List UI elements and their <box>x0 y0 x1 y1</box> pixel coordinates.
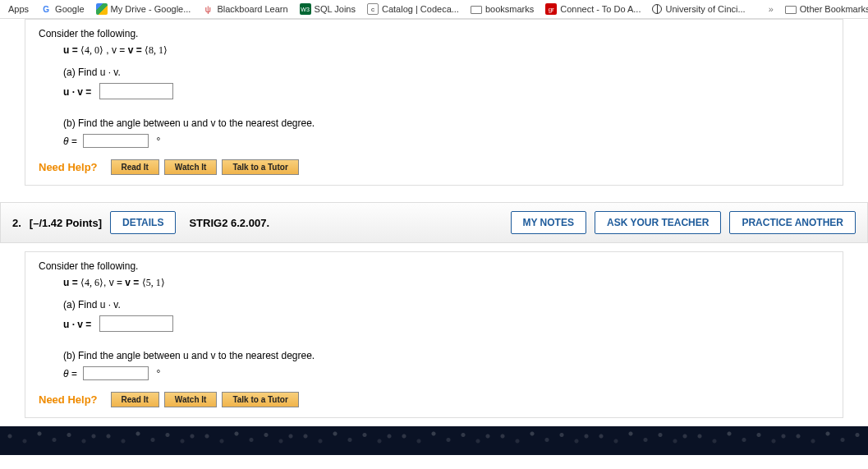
question-points: [–/1.42 Points] <box>30 217 102 229</box>
chevron-right-icon[interactable]: » <box>769 4 774 14</box>
folder-icon <box>785 6 797 14</box>
theta-row: θ = ° <box>63 134 829 148</box>
folder-icon <box>471 6 482 14</box>
theta-row: θ = ° <box>63 366 829 380</box>
bookmark-drive[interactable]: My Drive - Google... <box>96 3 191 15</box>
degree-symbol: ° <box>157 368 161 379</box>
need-help-row: Need Help? Read It Watch It Talk to a Tu… <box>39 392 829 407</box>
theta-input[interactable] <box>83 366 149 380</box>
drive-icon <box>96 3 108 15</box>
bookmark-label: Connect - To Do A... <box>560 4 641 14</box>
dot-product-row: u · v = <box>63 83 829 99</box>
bookmark-label: Blackboard Learn <box>217 4 287 14</box>
talk-tutor-button[interactable]: Talk to a Tutor <box>222 159 298 175</box>
bookmark-label: SQL Joins <box>315 4 356 14</box>
globe-icon <box>652 4 662 14</box>
bookmark-label: booksmarks <box>485 4 534 14</box>
question-number: 2. <box>12 217 21 229</box>
bookmark-label: Other Bookmarks <box>800 4 868 14</box>
read-it-button[interactable]: Read It <box>111 159 159 175</box>
other-bookmarks[interactable]: Other Bookmarks <box>785 4 868 14</box>
bookmark-catalog[interactable]: c Catalog | Codeca... <box>367 3 459 15</box>
bookmark-bar: Apps G Google My Drive - Google... ψ Bla… <box>0 0 868 19</box>
question-prompt: Consider the following. <box>39 260 829 272</box>
question-prompt: Consider the following. <box>39 28 829 39</box>
details-button[interactable]: DETAILS <box>110 211 176 234</box>
theta-label: θ = <box>63 136 77 147</box>
part-b-prompt: (b) Find the angle between u and v to th… <box>63 350 829 361</box>
dot-product-label: u · v = <box>63 319 91 330</box>
need-help-label: Need Help? <box>39 161 98 173</box>
google-icon: G <box>40 3 52 15</box>
theta-label: θ = <box>63 368 77 379</box>
catalog-icon: c <box>367 3 379 15</box>
bookmark-uc[interactable]: University of Cinci... <box>652 4 745 14</box>
dot-product-label: u · v = <box>63 86 91 98</box>
vector-definition: u = ⟨4, 6⟩, v = v = ⟨5, 1⟩ <box>63 277 829 289</box>
read-it-button[interactable]: Read It <box>111 392 159 407</box>
bookmark-label: Google <box>55 4 84 14</box>
bookmark-folder[interactable]: booksmarks <box>471 4 534 14</box>
connect-icon: gr <box>545 3 557 15</box>
dot-product-input[interactable] <box>99 83 173 99</box>
bookmark-blackboard[interactable]: ψ Blackboard Learn <box>202 3 287 15</box>
part-b-prompt: (b) Find the angle between u and v to th… <box>63 117 829 129</box>
theta-input[interactable] <box>83 134 149 148</box>
watch-it-button[interactable]: Watch It <box>164 392 218 407</box>
bookmark-connect[interactable]: gr Connect - To Do A... <box>545 3 641 15</box>
degree-symbol: ° <box>157 136 161 147</box>
bookmark-label: Catalog | Codeca... <box>382 4 459 14</box>
bookmark-google[interactable]: G Google <box>40 3 84 15</box>
bookmark-sql[interactable]: W3 SQL Joins <box>300 3 356 15</box>
bookmark-label: University of Cinci... <box>665 4 745 14</box>
question-reference: STRIG2 6.2.007. <box>189 217 269 229</box>
watch-it-button[interactable]: Watch It <box>164 159 218 175</box>
footer-decoration <box>0 426 868 455</box>
need-help-row: Need Help? Read It Watch It Talk to a Tu… <box>39 159 829 175</box>
my-notes-button[interactable]: MY NOTES <box>511 211 586 234</box>
need-help-label: Need Help? <box>39 393 98 406</box>
vector-definition: u = ⟨4, 0⟩ , v = v = ⟨8, 1⟩ <box>63 44 829 57</box>
dot-product-input[interactable] <box>99 315 173 332</box>
apps-label: Apps <box>8 4 29 14</box>
talk-tutor-button[interactable]: Talk to a Tutor <box>222 392 298 407</box>
blackboard-icon: ψ <box>202 3 214 15</box>
question-card-2: Consider the following. u = ⟨4, 6⟩, v = … <box>25 251 843 418</box>
bookmark-label: My Drive - Google... <box>111 4 191 14</box>
sql-icon: W3 <box>300 3 311 15</box>
part-a-prompt: (a) Find u · v. <box>63 67 829 78</box>
apps-button[interactable]: Apps <box>8 4 29 14</box>
part-a-prompt: (a) Find u · v. <box>63 299 829 310</box>
practice-another-button[interactable]: PRACTICE ANOTHER <box>729 211 856 234</box>
dot-product-row: u · v = <box>63 315 829 332</box>
ask-teacher-button[interactable]: ASK YOUR TEACHER <box>595 211 721 234</box>
question-card-1: Consider the following. u = ⟨4, 0⟩ , v =… <box>25 19 843 186</box>
question-header-2: 2. [–/1.42 Points] DETAILS STRIG2 6.2.00… <box>0 202 868 243</box>
